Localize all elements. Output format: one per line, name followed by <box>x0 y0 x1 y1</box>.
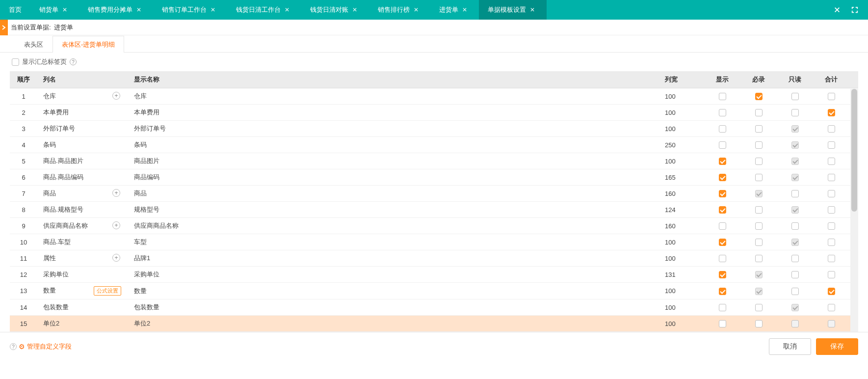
table-row[interactable]: 13数量公式设置数量100 <box>10 283 858 299</box>
table-row[interactable]: 7商品+商品160 <box>10 186 858 202</box>
show-checkbox[interactable] <box>719 93 726 100</box>
cell-width[interactable]: 100 <box>659 250 704 267</box>
table-row[interactable]: 1仓库+仓库100 <box>10 88 858 105</box>
show-checkbox[interactable] <box>719 222 726 230</box>
cell-dispname[interactable]: 规格型号 <box>128 202 659 218</box>
readonly-checkbox[interactable] <box>791 222 799 230</box>
close-icon[interactable]: ✕ <box>136 6 141 13</box>
chevron-right-icon[interactable] <box>0 20 8 35</box>
plus-icon[interactable]: + <box>112 189 120 197</box>
fullscreen-icon[interactable] <box>848 3 861 16</box>
cell-dispname[interactable]: 品牌1 <box>128 250 659 267</box>
readonly-checkbox[interactable] <box>791 93 799 100</box>
table-row[interactable]: 4条码条码250 <box>10 137 858 153</box>
readonly-checkbox[interactable] <box>791 288 799 295</box>
show-checkbox[interactable] <box>719 239 726 246</box>
cell-width[interactable]: 100 <box>659 88 704 105</box>
required-checkbox[interactable] <box>755 174 763 181</box>
tab-item[interactable]: 进货单✕ <box>430 0 479 20</box>
cell-width[interactable]: 124 <box>659 202 704 218</box>
cell-width[interactable]: 100 <box>659 105 704 121</box>
cell-width[interactable]: 165 <box>659 169 704 186</box>
total-checkbox[interactable] <box>828 109 835 116</box>
cancel-button[interactable]: 取消 <box>769 338 811 355</box>
manage-custom-fields-link[interactable]: 管理自定义字段 <box>27 342 72 351</box>
show-checkbox[interactable] <box>719 158 726 165</box>
scrollbar-thumb[interactable] <box>851 89 857 212</box>
cell-dispname[interactable]: 条码 <box>128 137 659 153</box>
table-row[interactable]: 11属性+品牌1100 <box>10 250 858 267</box>
total-checkbox[interactable] <box>828 239 835 246</box>
total-checkbox[interactable] <box>828 93 835 100</box>
table-row[interactable]: 6商品.商品编码商品编码165 <box>10 169 858 186</box>
show-checkbox[interactable] <box>719 141 726 149</box>
tab-item[interactable]: 销售订单工作台✕ <box>153 0 227 20</box>
cell-dispname[interactable]: 单位2 <box>128 316 659 332</box>
total-checkbox[interactable] <box>828 271 835 278</box>
cell-dispname[interactable]: 供应商商品名称 <box>128 218 659 234</box>
cell-dispname[interactable]: 仓库 <box>128 88 659 105</box>
required-checkbox[interactable] <box>755 125 763 133</box>
cell-dispname[interactable]: 本单费用 <box>128 105 659 121</box>
cell-dispname[interactable]: 外部订单号 <box>128 121 659 137</box>
readonly-checkbox[interactable] <box>791 190 799 197</box>
show-checkbox[interactable] <box>719 304 726 311</box>
total-checkbox[interactable] <box>828 206 835 214</box>
required-checkbox[interactable] <box>755 222 763 230</box>
cell-dispname[interactable]: 商品 <box>128 186 659 202</box>
cell-width[interactable]: 100 <box>659 283 704 299</box>
table-row[interactable]: 9供应商商品名称+供应商商品名称160 <box>10 218 858 234</box>
table-row[interactable]: 5商品.商品图片商品图片100 <box>10 153 858 169</box>
close-icon[interactable]: ✕ <box>285 6 289 13</box>
show-checkbox[interactable] <box>719 271 726 278</box>
plus-icon[interactable]: + <box>112 92 120 100</box>
total-checkbox[interactable] <box>828 255 835 262</box>
required-checkbox[interactable] <box>755 255 763 262</box>
required-checkbox[interactable] <box>755 206 763 214</box>
required-checkbox[interactable] <box>755 158 763 165</box>
close-icon[interactable]: ✕ <box>462 6 467 13</box>
total-checkbox[interactable] <box>828 158 835 165</box>
show-summary-checkbox[interactable] <box>12 58 19 66</box>
gear-icon[interactable]: ⚙ <box>19 343 25 351</box>
required-checkbox[interactable] <box>755 304 763 311</box>
tab-item[interactable]: 钱货日清对账✕ <box>301 0 369 20</box>
tab-item[interactable]: 销售费用分摊单✕ <box>79 0 153 20</box>
total-checkbox[interactable] <box>828 125 835 133</box>
readonly-checkbox[interactable] <box>791 109 799 116</box>
cell-width[interactable]: 160 <box>659 186 704 202</box>
required-checkbox[interactable] <box>755 93 763 100</box>
plus-icon[interactable]: + <box>112 254 120 262</box>
subtab[interactable]: 表体区-进货单明细 <box>53 36 124 53</box>
cell-width[interactable]: 250 <box>659 137 704 153</box>
required-checkbox[interactable] <box>755 320 763 327</box>
required-checkbox[interactable] <box>755 239 763 246</box>
show-checkbox[interactable] <box>719 206 726 214</box>
cell-dispname[interactable]: 车型 <box>128 234 659 250</box>
readonly-checkbox[interactable] <box>791 271 799 278</box>
close-icon[interactable]: ✕ <box>352 6 357 13</box>
cell-width[interactable]: 131 <box>659 267 704 283</box>
show-checkbox[interactable] <box>719 320 726 327</box>
total-checkbox[interactable] <box>828 304 835 311</box>
total-checkbox[interactable] <box>828 222 835 230</box>
tab-home[interactable]: 首页 <box>0 0 30 20</box>
cell-dispname[interactable]: 商品编码 <box>128 169 659 186</box>
table-row[interactable]: 12采购单位采购单位131 <box>10 267 858 283</box>
show-checkbox[interactable] <box>719 125 726 133</box>
scrollbar-track[interactable] <box>850 89 858 332</box>
close-icon[interactable]: ✕ <box>530 6 535 13</box>
tab-item[interactable]: 销售排行榜✕ <box>369 0 430 20</box>
close-all-tabs-icon[interactable] <box>831 3 843 16</box>
table-row[interactable]: 3外部订单号外部订单号100 <box>10 121 858 137</box>
cell-width[interactable]: 160 <box>659 218 704 234</box>
cell-width[interactable]: 100 <box>659 316 704 332</box>
show-checkbox[interactable] <box>719 255 726 262</box>
show-checkbox[interactable] <box>719 190 726 197</box>
cell-dispname[interactable]: 包装数量 <box>128 299 659 316</box>
cell-dispname[interactable]: 商品图片 <box>128 153 659 169</box>
table-row[interactable]: 15单位2单位2100 <box>10 316 858 332</box>
tab-item[interactable]: 单据模板设置✕ <box>479 0 547 20</box>
footer-help-icon[interactable]: ? <box>10 343 17 350</box>
readonly-checkbox[interactable] <box>791 255 799 262</box>
